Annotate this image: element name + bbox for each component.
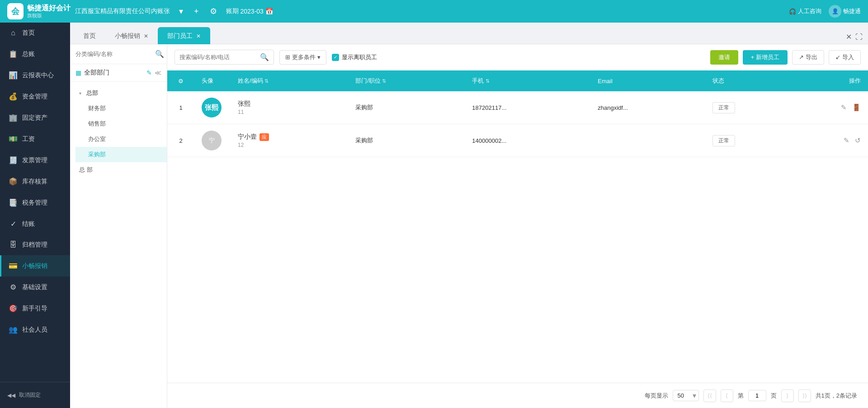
row2-index: 2: [167, 124, 194, 157]
table-settings-icon[interactable]: ⚙: [178, 78, 184, 84]
sidebar-item-reports[interactable]: 📊 云报表中心: [0, 65, 70, 86]
sidebar-item-guide[interactable]: 🎯 新手引导: [0, 298, 70, 319]
expense-icon: 💳: [9, 262, 18, 270]
tax-icon: 📑: [9, 198, 18, 207]
name-sort-icon: ⇅: [264, 78, 269, 84]
sidebar-item-social[interactable]: 👥 社会人员: [0, 319, 70, 340]
export-btn[interactable]: ↗ 导出: [792, 50, 824, 65]
col-mobile-header[interactable]: 手机 ⇅: [465, 70, 590, 91]
table-head: ⚙ 头像 姓名/编码 ⇅ 部门/职位 ⇅: [167, 70, 868, 91]
dept-child-sales[interactable]: 销售部: [75, 116, 167, 131]
sidebar-bottom: ◀◀ 取消固定: [0, 382, 70, 408]
page-input[interactable]: [748, 390, 766, 401]
dept-search-input[interactable]: [75, 51, 151, 57]
col-name-header[interactable]: 姓名/编码 ⇅: [231, 70, 348, 91]
sidebar-item-checkout[interactable]: ✓ 结账: [0, 213, 70, 234]
right-panel: 🔍 ⊞ 更多条件 ▾ ✓ 显示离职员工 邀请 + 新增员工: [167, 44, 868, 408]
social-icon: 👥: [9, 325, 18, 334]
dept-child-purchase[interactable]: 采购部: [75, 147, 167, 162]
sidebar-item-inventory[interactable]: 📦 库存核算: [0, 171, 70, 192]
dept-collapse-icon[interactable]: ≪: [155, 69, 161, 76]
dept-edit-icon[interactable]: ✎: [146, 69, 152, 76]
main-layout: ⌂ 首页 📋 总账 📊 云报表中心 💰 资金管理 🏢 固定资产 💵 工资 🧾 发…: [0, 23, 868, 408]
row1-index: 1: [167, 91, 194, 124]
row2-status: 正常: [705, 124, 787, 157]
tab-home[interactable]: 首页: [74, 27, 105, 44]
row1-mobile: 187202117...: [465, 91, 590, 124]
door-icon-1[interactable]: 🚪: [852, 103, 861, 112]
last-page-btn[interactable]: ⟩⟩: [798, 389, 811, 402]
dept-child-office[interactable]: 办公室: [75, 131, 167, 147]
show-resign-checkbox[interactable]: ✓: [332, 54, 339, 61]
emp-code-1: 11: [238, 109, 341, 115]
dept-grid-icon: ▦: [75, 69, 81, 76]
company-name: 江西服宝精品有限责任公司内账张: [75, 7, 170, 15]
sidebar-item-home[interactable]: ⌂ 首页: [0, 23, 70, 43]
prev-page-btn[interactable]: ⟨: [721, 389, 733, 402]
import-btn[interactable]: ↙ 导入: [829, 50, 861, 65]
emp-name-1: 张熙: [238, 100, 341, 108]
toolbar: 🔍 ⊞ 更多条件 ▾ ✓ 显示离职员工 邀请 + 新增员工: [167, 44, 868, 70]
next-page-btn[interactable]: ⟩: [781, 389, 794, 402]
unpin-btn[interactable]: ◀◀ 取消固定: [0, 388, 70, 403]
fixed-assets-icon: 🏢: [9, 113, 18, 122]
tabs-bar: 首页 小畅报销 ✕ 部门员工 ✕ ✕ ⛶: [70, 23, 868, 44]
dept-child-finance[interactable]: 财务部: [75, 101, 167, 116]
row2-avatar: 宁: [194, 124, 231, 157]
avatar-circle-1: 张熙: [202, 98, 222, 117]
inventory-icon: 📦: [9, 177, 18, 186]
guide-icon: 🎯: [9, 304, 18, 313]
first-page-btn[interactable]: ⟨⟨: [703, 389, 716, 402]
edit-icon-1[interactable]: ✎: [841, 103, 847, 112]
sidebar-item-tax[interactable]: 📑 税务管理: [0, 192, 70, 213]
col-avatar-header: 头像: [194, 70, 231, 91]
invite-btn[interactable]: 邀请: [710, 50, 738, 65]
add-emp-btn[interactable]: + 新增员工: [743, 50, 788, 65]
tab-dept-emp[interactable]: 部门员工 ✕: [158, 27, 210, 44]
search-box: 🔍: [175, 50, 274, 65]
filter-btn[interactable]: ⊞ 更多条件 ▾: [279, 50, 326, 65]
tab-expense-close[interactable]: ✕: [144, 33, 148, 39]
col-action-header: 操作: [787, 70, 868, 91]
row1-dept: 采购部: [348, 91, 465, 124]
dept-panel: 🔍 ▦ 全部部门 ✎ ≪ ▾: [70, 44, 167, 408]
search-icon[interactable]: 🔍: [260, 53, 269, 61]
sidebar-item-fixed-assets[interactable]: 🏢 固定资产: [0, 107, 70, 128]
refresh-icon-2[interactable]: ↺: [855, 136, 861, 145]
dept-row-hq[interactable]: ▾ 总部: [70, 85, 167, 101]
sidebar-item-archive[interactable]: 🗄 归档管理: [0, 234, 70, 255]
page-size-label: 每页显示: [645, 392, 668, 400]
dept-search-icon[interactable]: 🔍: [155, 50, 164, 58]
invoice-icon: 🧾: [9, 156, 18, 164]
dept-header: ▦ 全部部门 ✎ ≪: [70, 64, 167, 82]
edition-text: 旗舰版: [27, 12, 71, 19]
avatar-gray-2: 宁: [202, 131, 222, 150]
support-btn[interactable]: 🎧 人工咨询: [789, 7, 821, 15]
company-dropdown-icon[interactable]: ▾: [177, 5, 185, 18]
sidebar-item-expense[interactable]: 💳 小畅报销: [0, 255, 70, 277]
mobile-sort-icon: ⇅: [486, 78, 490, 84]
sidebar-item-fund[interactable]: 💰 资金管理: [0, 86, 70, 107]
edit-icon-2[interactable]: ✎: [844, 136, 849, 145]
row1-name-code: 张熙 11: [231, 91, 348, 124]
dept-all-label: ▦ 全部部门: [75, 69, 109, 77]
dept-node-hq: ▾ 总部 财务部 销售部 办公室: [70, 85, 167, 162]
tab-dept-emp-close[interactable]: ✕: [196, 33, 201, 39]
sidebar-item-payroll[interactable]: 💵 工资: [0, 128, 70, 150]
header-right: 🎧 人工咨询 👤 畅捷通: [789, 5, 861, 18]
sidebar-item-general-ledger[interactable]: 📋 总账: [0, 43, 70, 65]
emp-table: ⚙ 头像 姓名/编码 ⇅ 部门/职位 ⇅: [167, 70, 868, 383]
col-dept-header[interactable]: 部门/职位 ⇅: [348, 70, 465, 91]
page-size-select[interactable]: 50 10 20 100: [673, 390, 699, 401]
sidebar-item-invoice[interactable]: 🧾 发票管理: [0, 150, 70, 171]
status-badge-2: 正常: [712, 135, 735, 146]
add-tab-btn[interactable]: +: [192, 5, 201, 18]
settings-icon[interactable]: ⚙: [208, 5, 219, 18]
maximize-tab-btn[interactable]: ⛶: [855, 33, 863, 41]
sidebar-item-settings[interactable]: ⚙ 基础设置: [0, 277, 70, 298]
tab-expense[interactable]: 小畅报销 ✕: [105, 27, 158, 44]
dept-row-general[interactable]: 总 部: [70, 162, 167, 178]
emp-search-input[interactable]: [179, 54, 256, 61]
logo-area: 会 畅捷通好会计 旗舰版: [7, 3, 75, 19]
close-tab-action-btn[interactable]: ✕: [846, 33, 852, 41]
